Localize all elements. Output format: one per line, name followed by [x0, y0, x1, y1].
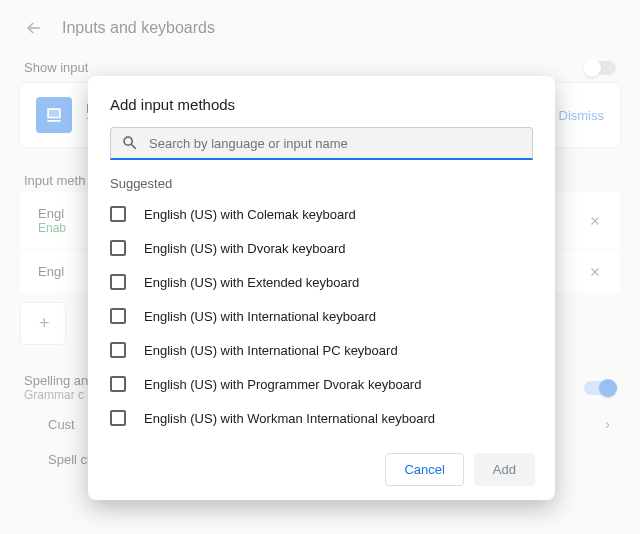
input-method-option[interactable]: English (US) with Workman International … [88, 401, 555, 435]
spelling-title: Spelling an [24, 373, 88, 388]
option-label: English (US) with International keyboard [144, 309, 376, 324]
checkbox[interactable] [110, 376, 126, 392]
checkbox[interactable] [110, 342, 126, 358]
checkbox[interactable] [110, 240, 126, 256]
page-title: Inputs and keyboards [62, 19, 215, 37]
options-list: English (US) with Colemak keyboardEnglis… [88, 197, 555, 441]
method-name: Engl [38, 206, 66, 221]
checkbox[interactable] [110, 274, 126, 290]
search-icon [121, 134, 139, 152]
dismiss-button[interactable]: Dismiss [559, 108, 605, 123]
option-label: English (US) with Extended keyboard [144, 275, 359, 290]
add-method-button[interactable]: + [20, 302, 66, 345]
show-input-label: Show input [24, 60, 88, 75]
search-input[interactable] [149, 136, 522, 151]
customize-label: Cust [48, 417, 75, 432]
option-label: English (US) with International PC keybo… [144, 343, 398, 358]
checkbox[interactable] [110, 410, 126, 426]
option-label: English (US) with Workman International … [144, 411, 435, 426]
spelling-sub: Grammar c [24, 388, 88, 402]
input-method-option[interactable]: English (US) with International keyboard [88, 299, 555, 333]
banner-icon [36, 97, 72, 133]
cancel-button[interactable]: Cancel [385, 453, 463, 486]
input-method-option[interactable]: English (US) with Programmer Dvorak keyb… [88, 367, 555, 401]
close-icon[interactable] [588, 265, 602, 279]
add-button[interactable]: Add [474, 453, 535, 486]
input-method-option[interactable]: English (US) with Colemak keyboard [88, 197, 555, 231]
option-label: English (US) with Colemak keyboard [144, 207, 356, 222]
chevron-right-icon: › [605, 416, 610, 432]
show-input-toggle[interactable] [584, 61, 616, 75]
method-name: Engl [38, 264, 64, 279]
search-field-wrap[interactable] [110, 127, 533, 160]
checkbox[interactable] [110, 206, 126, 222]
option-label: English (US) with Programmer Dvorak keyb… [144, 377, 421, 392]
back-arrow-icon[interactable] [24, 18, 44, 38]
add-input-methods-dialog: Add input methods Suggested English (US)… [88, 76, 555, 500]
input-method-option[interactable]: English (US) with Extended keyboard [88, 265, 555, 299]
close-icon[interactable] [588, 214, 602, 228]
option-label: English (US) with Dvorak keyboard [144, 241, 346, 256]
input-method-option[interactable]: English (US) with Dvorak keyboard [88, 231, 555, 265]
spelling-toggle[interactable] [584, 381, 616, 395]
checkbox[interactable] [110, 308, 126, 324]
dialog-title: Add input methods [88, 76, 555, 127]
input-method-option[interactable]: English (US) with International PC keybo… [88, 333, 555, 367]
suggested-label: Suggested [88, 160, 555, 197]
method-enabled: Enab [38, 221, 66, 235]
